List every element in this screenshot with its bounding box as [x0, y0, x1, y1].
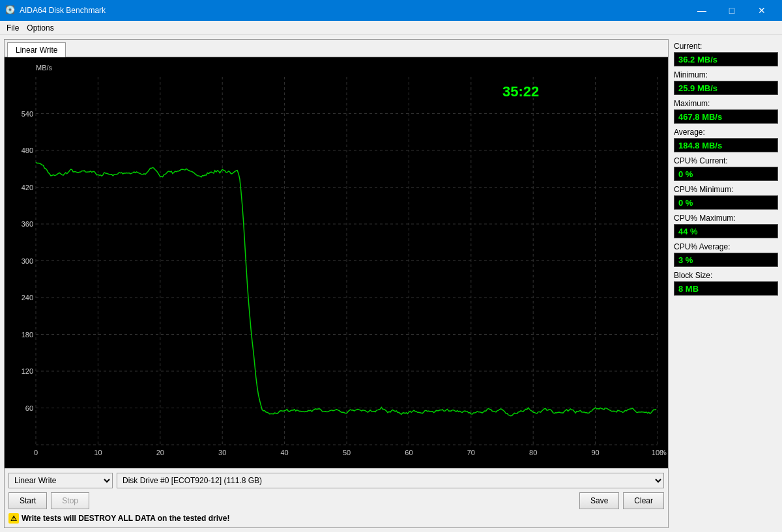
- cpu-average-label: CPU% Average:: [674, 242, 778, 251]
- minimum-value: 25.9 MB/s: [674, 81, 778, 95]
- drive-select[interactable]: Disk Drive #0 [ECOT920-12] (111.8 GB): [117, 473, 664, 488]
- chart-container: [5, 57, 668, 468]
- tab-bar: Linear Write: [5, 40, 668, 57]
- cpu-minimum-value: 0 %: [674, 195, 778, 210]
- window-controls: — □ ✕: [687, 0, 777, 21]
- average-label: Average:: [674, 128, 778, 137]
- controls-row2: Start Stop Save Clear: [8, 492, 664, 509]
- start-button[interactable]: Start: [8, 492, 47, 509]
- stat-minimum: Minimum: 25.9 MB/s: [674, 70, 778, 95]
- menu-options[interactable]: Options: [23, 23, 57, 33]
- warning-row: ⚠ Write tests will DESTROY ALL DATA on t…: [8, 513, 664, 524]
- main-content: Linear Write Linear Write Linear Read Ra…: [0, 35, 782, 532]
- minimize-button[interactable]: —: [687, 0, 717, 21]
- tab-linear-write[interactable]: Linear Write: [7, 42, 66, 57]
- stat-cpu-minimum: CPU% Minimum: 0 %: [674, 185, 778, 210]
- controls-area: Linear Write Linear Read Random Read Ran…: [5, 468, 668, 527]
- maximum-label: Maximum:: [674, 99, 778, 108]
- benchmark-chart: [5, 57, 668, 468]
- cpu-minimum-label: CPU% Minimum:: [674, 185, 778, 194]
- left-panel: Linear Write Linear Write Linear Read Ra…: [4, 39, 669, 528]
- cpu-current-label: CPU% Current:: [674, 156, 778, 165]
- title-bar: 💽 AIDA64 Disk Benchmark — □ ✕: [0, 0, 782, 21]
- save-button[interactable]: Save: [579, 492, 619, 509]
- stat-cpu-maximum: CPU% Maximum: 44 %: [674, 214, 778, 238]
- warning-text: Write tests will DESTROY ALL DATA on the…: [22, 514, 229, 523]
- menu-file[interactable]: File: [3, 23, 23, 33]
- cpu-average-value: 3 %: [674, 253, 778, 267]
- stat-block-size: Block Size: 8 MB: [674, 271, 778, 296]
- stat-cpu-current: CPU% Current: 0 %: [674, 156, 778, 181]
- average-value: 184.8 MB/s: [674, 138, 778, 152]
- window-title: AIDA64 Disk Benchmark: [20, 6, 687, 15]
- cpu-current-value: 0 %: [674, 167, 778, 181]
- stat-cpu-average: CPU% Average: 3 %: [674, 242, 778, 267]
- block-size-value: 8 MB: [674, 281, 778, 296]
- close-button[interactable]: ✕: [747, 0, 777, 21]
- current-value: 36.2 MB/s: [674, 52, 778, 66]
- clear-button[interactable]: Clear: [623, 492, 664, 509]
- menu-bar: File Options: [0, 21, 782, 35]
- stat-average: Average: 184.8 MB/s: [674, 128, 778, 152]
- current-label: Current:: [674, 42, 778, 51]
- cpu-maximum-label: CPU% Maximum:: [674, 214, 778, 223]
- stop-button[interactable]: Stop: [51, 492, 89, 509]
- block-size-label: Block Size:: [674, 271, 778, 280]
- maximum-value: 467.8 MB/s: [674, 109, 778, 124]
- warning-icon: ⚠: [8, 513, 19, 524]
- test-select[interactable]: Linear Write Linear Read Random Read Ran…: [8, 473, 113, 488]
- app-icon: 💽: [5, 5, 16, 16]
- stat-current: Current: 36.2 MB/s: [674, 42, 778, 66]
- restore-button[interactable]: □: [717, 0, 747, 21]
- cpu-maximum-value: 44 %: [674, 224, 778, 238]
- right-panel: Current: 36.2 MB/s Minimum: 25.9 MB/s Ma…: [674, 39, 778, 528]
- controls-row1: Linear Write Linear Read Random Read Ran…: [8, 473, 664, 488]
- minimum-label: Minimum:: [674, 70, 778, 79]
- stat-maximum: Maximum: 467.8 MB/s: [674, 99, 778, 124]
